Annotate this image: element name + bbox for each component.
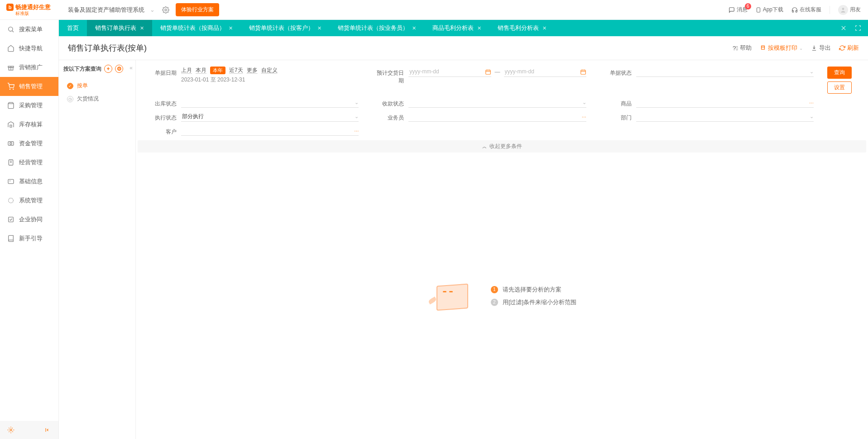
money-icon [7, 140, 14, 147]
collapse-sidebar-icon[interactable] [44, 426, 51, 434]
date-preset-this-month[interactable]: 本月 [196, 67, 206, 74]
sidebar-item-label: 经营管理 [19, 158, 43, 167]
svg-rect-27 [485, 70, 490, 74]
tab-stats-product[interactable]: 销货单统计表（按商品）✕ [152, 20, 241, 36]
chevron-down-icon[interactable]: ⌄ [582, 100, 586, 105]
receipt-status-select[interactable] [408, 97, 586, 108]
sidebar-item-basicinfo[interactable]: 基础信息 [0, 172, 58, 191]
dept-select[interactable] [636, 111, 814, 122]
system-selector[interactable]: 装备及固定资产辅助管理系统 ⌄ [68, 6, 155, 14]
online-service-link[interactable]: 在线客服 [791, 6, 821, 14]
collapse-panel-icon[interactable]: « [129, 65, 133, 71]
tab-sales-profit[interactable]: 销售毛利分析表✕ [489, 20, 555, 36]
collapse-filters-bar[interactable]: ︽ 收起更多条件 [138, 140, 866, 153]
settings-button[interactable]: 设置 [827, 81, 852, 94]
sidebar-item-purchase[interactable]: 采购管理 [0, 96, 58, 115]
chevron-down-icon[interactable]: ⌄ [810, 114, 814, 119]
filter-label: 执行状态 [145, 111, 177, 122]
tab-sales-order-exec[interactable]: 销售订单执行表✕ [87, 20, 152, 36]
messages-link[interactable]: 消息 6 [729, 6, 748, 14]
help-icon: ?⃝ [733, 45, 738, 52]
close-icon[interactable]: ✕ [412, 25, 416, 31]
doc-status-select[interactable] [636, 67, 814, 77]
tab-stats-salesman[interactable]: 销货单统计表（按业务员）✕ [330, 20, 424, 36]
scheme-item-by-order[interactable]: ✓ 按单 [67, 79, 131, 92]
close-icon[interactable]: ✕ [317, 25, 321, 31]
query-button[interactable]: 查询 [827, 67, 852, 79]
date-preset-last-month[interactable]: 上月 [181, 67, 192, 74]
sidebar-item-search[interactable]: 搜索菜单 [0, 20, 58, 39]
sidebar-item-quicknav[interactable]: 快捷导航 [0, 39, 58, 58]
tab-home[interactable]: 首页 [59, 20, 87, 36]
tab-product-profit[interactable]: 商品毛利分析表✕ [424, 20, 489, 36]
sidebar-item-sales[interactable]: 销售管理 [0, 77, 58, 96]
help-link[interactable]: ?⃝帮助 [733, 44, 752, 52]
more-icon[interactable]: ··· [809, 100, 814, 106]
export-link[interactable]: 导出 [811, 44, 831, 52]
goods-input[interactable] [636, 97, 814, 108]
filter-action-buttons: 查询 设置 [827, 67, 859, 94]
close-icon[interactable]: ✕ [140, 25, 144, 31]
trial-button[interactable]: 体验行业方案 [176, 3, 219, 16]
chevron-down-icon[interactable]: ⌄ [810, 69, 814, 75]
expected-date-to-input[interactable] [504, 67, 586, 77]
gear-icon[interactable] [162, 6, 169, 14]
date-preset-more[interactable]: 更多 [247, 67, 258, 74]
scheme-item-shortage[interactable]: ◷ 欠货情况 [67, 92, 131, 105]
date-preset-this-year[interactable]: 本年 [210, 67, 225, 74]
svg-point-14 [10, 143, 12, 144]
sidebar-item-inventory[interactable]: 库存核算 [0, 115, 58, 134]
sidebar-item-label: 采购管理 [19, 101, 43, 110]
sidebar-item-system[interactable]: 系统管理 [0, 191, 58, 210]
date-preset-custom[interactable]: 自定义 [261, 67, 278, 74]
tab-stats-customer[interactable]: 销货单统计表（按客户）✕ [241, 20, 330, 36]
close-icon[interactable]: ✕ [542, 25, 547, 31]
salesman-input[interactable] [408, 111, 586, 122]
svg-point-0 [165, 9, 167, 11]
step-text: 请先选择要分析的方案 [503, 286, 561, 294]
add-scheme-icon[interactable]: + [104, 65, 112, 73]
user-menu[interactable]: 用友 [838, 5, 861, 15]
empty-illustration-icon [427, 276, 477, 316]
book-icon [7, 235, 14, 242]
expected-date-from-input[interactable] [408, 67, 491, 77]
exec-status-select[interactable] [181, 111, 359, 122]
sidebar-item-guide[interactable]: 新手引导 [0, 229, 58, 248]
tab-bar: 首页 销售订单执行表✕ 销货单统计表（按商品）✕ 销货单统计表（按客户）✕ 销货… [59, 20, 868, 36]
close-icon[interactable]: ✕ [477, 25, 481, 31]
close-all-tabs-icon[interactable] [839, 24, 848, 33]
filter-customer: 客户 ··· [145, 125, 359, 136]
scheme-settings-icon[interactable]: ⚙ [115, 65, 123, 73]
calendar-icon[interactable] [580, 69, 586, 75]
chevron-down-icon[interactable]: ⌄ [355, 114, 359, 119]
more-icon[interactable]: ··· [582, 114, 586, 120]
sidebar-item-label: 搜索菜单 [19, 25, 43, 33]
main-area: 首页 销售订单执行表✕ 销货单统计表（按商品）✕ 销货单统计表（按客户）✕ 销货… [59, 20, 868, 439]
settings-icon[interactable] [7, 426, 14, 434]
svg-point-22 [10, 429, 12, 431]
filter-exec-status: 执行状态 ⌄ [145, 111, 359, 122]
refresh-link[interactable]: 刷新 [839, 44, 859, 52]
app-download-link[interactable]: App下载 [756, 6, 783, 14]
svg-rect-13 [8, 142, 14, 145]
filter-grid: 单据日期 上月 本月 本年 近7天 更多 自定义 20 [136, 60, 868, 140]
more-icon[interactable]: ··· [354, 128, 359, 134]
refresh-label: 刷新 [847, 44, 859, 52]
sidebar-item-collab[interactable]: 企业协同 [0, 210, 58, 229]
gear-outline-icon [7, 197, 14, 204]
fullscreen-icon[interactable] [854, 24, 863, 33]
top-right: 消息 6 App下载 在线客服 用友 [729, 5, 861, 15]
date-preset-last7[interactable]: 近7天 [229, 67, 243, 74]
out-status-select[interactable] [181, 97, 359, 108]
sidebar-item-finance[interactable]: 资金管理 [0, 134, 58, 153]
filter-goods: 商品 ··· [600, 97, 814, 108]
collab-icon [7, 216, 14, 223]
svg-rect-18 [8, 179, 14, 183]
close-icon[interactable]: ✕ [229, 25, 233, 31]
sidebar-item-marketing[interactable]: 营销推广 [0, 58, 58, 77]
template-print-link[interactable]: 按模板打印⌄ [760, 44, 803, 52]
calendar-icon[interactable] [485, 69, 491, 75]
sidebar-item-operation[interactable]: 经营管理 [0, 153, 58, 172]
chevron-down-icon[interactable]: ⌄ [355, 100, 359, 105]
customer-input[interactable] [181, 125, 359, 136]
